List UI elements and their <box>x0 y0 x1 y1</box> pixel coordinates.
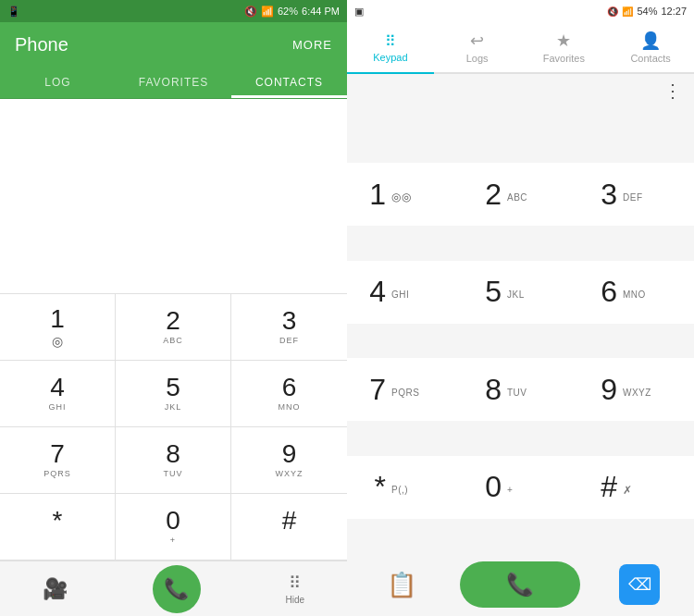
right-bottom-bar: 📋 📞 ⌫ <box>347 553 694 616</box>
left-key-1[interactable]: 1 ◎ <box>0 294 116 361</box>
right-mute-icon: 🔇 <box>607 6 618 17</box>
right-logs-icon: ↩ <box>470 31 484 51</box>
right-tab-logs-label: Logs <box>466 53 489 64</box>
right-key-3[interactable]: 3 DEF <box>578 163 694 226</box>
right-status-left: ▣ <box>354 6 364 18</box>
right-key-9[interactable]: 9 WXYZ <box>578 358 694 421</box>
left-panel: 📱 🔇 📶 62% 6:44 PM Phone MORE LOG FAVORIT… <box>0 0 347 616</box>
right-contacts-icon: 👤 <box>640 31 661 51</box>
right-menu-row: ⋮ <box>347 74 694 107</box>
left-key-hash[interactable]: # <box>231 494 347 561</box>
right-tab-favorites[interactable]: ★ Favorites <box>521 22 608 72</box>
left-display-area <box>0 99 347 293</box>
left-hide-button[interactable]: ⠿ Hide <box>285 573 304 605</box>
right-voicemail-icon: ◎◎ <box>391 185 411 203</box>
left-tab-favorites[interactable]: FAVORITES <box>116 67 231 98</box>
right-key-8[interactable]: 8 TUV <box>463 358 578 421</box>
right-panel: ▣ 🔇 📶 54% 12:27 ⠿ Keypad ↩ Logs ★ Favori… <box>347 0 694 616</box>
left-battery: 62% <box>278 6 298 17</box>
right-tab-keypad-label: Keypad <box>373 52 407 63</box>
left-more-button[interactable]: MORE <box>292 38 332 52</box>
left-tab-contacts[interactable]: CONTACTS <box>231 67 347 98</box>
right-backspace-icon: ⌫ <box>628 574 651 595</box>
left-key-star[interactable]: * <box>0 494 116 561</box>
left-bottom-bar: 🎥 📞 ⠿ Hide <box>0 561 347 616</box>
right-keypad-icon: ⠿ <box>385 32 396 50</box>
left-phone-icon: 📞 <box>164 577 189 601</box>
left-key-9[interactable]: 9 WXYZ <box>231 427 347 494</box>
right-key-hash[interactable]: # ✗ <box>578 456 694 519</box>
right-tab-logs[interactable]: ↩ Logs <box>434 22 521 72</box>
left-status-icons: 🔇 📶 62% 6:44 PM <box>244 6 340 18</box>
left-key-7[interactable]: 7 PQRS <box>0 427 116 494</box>
right-tabs: ⠿ Keypad ↩ Logs ★ Favorites 👤 Contacts <box>347 22 694 74</box>
right-contacts-add-button[interactable]: 📋 <box>381 564 422 605</box>
right-contacts-add-icon: 📋 <box>387 571 416 599</box>
right-tab-contacts-label: Contacts <box>630 53 670 64</box>
left-tab-log[interactable]: LOG <box>0 67 116 98</box>
left-key-2[interactable]: 2 ABC <box>116 294 231 361</box>
left-wifi-icon: 📶 <box>261 6 274 18</box>
right-key-4[interactable]: 4 GHI <box>347 261 463 324</box>
left-video-icon: 🎥 <box>43 577 68 601</box>
right-time: 12:27 <box>661 6 687 17</box>
right-phone-icon: 📞 <box>506 572 534 598</box>
left-mute-icon: 🔇 <box>244 6 257 18</box>
right-status-bar: ▣ 🔇 📶 54% 12:27 <box>347 0 694 22</box>
left-video-button[interactable]: 🎥 <box>43 577 68 601</box>
right-key-5[interactable]: 5 JKL <box>463 261 578 324</box>
left-time: 6:44 PM <box>302 6 340 17</box>
right-key-6[interactable]: 6 MNO <box>578 261 694 324</box>
left-call-button[interactable]: 📞 <box>153 565 201 613</box>
right-dialpad: 1 ◎◎ 2 ABC 3 DEF 4 GHI 5 JKL 6 MNO 7 PQR… <box>347 163 694 553</box>
left-header: Phone MORE <box>0 22 347 67</box>
left-key-4[interactable]: 4 GHI <box>0 361 116 427</box>
left-key-3[interactable]: 3 DEF <box>231 294 347 361</box>
right-key-0[interactable]: 0 + <box>463 456 578 519</box>
left-dialpad: 1 ◎ 2 ABC 3 DEF 4 GHI 5 JKL 6 MNO 7 PQRS <box>0 293 347 561</box>
right-favorites-icon: ★ <box>556 31 571 51</box>
left-key-8[interactable]: 8 TUV <box>116 427 231 494</box>
left-tabs: LOG FAVORITES CONTACTS <box>0 67 347 99</box>
left-app-icon: 📱 <box>7 6 20 18</box>
right-photo-icon: ▣ <box>354 6 364 18</box>
right-overflow-menu-button[interactable]: ⋮ <box>663 80 683 102</box>
left-status-bar: 📱 🔇 📶 62% 6:44 PM <box>0 0 347 22</box>
right-delete-button[interactable]: ⌫ <box>619 564 660 605</box>
left-key-5[interactable]: 5 JKL <box>116 361 231 427</box>
right-call-button[interactable]: 📞 <box>460 561 580 608</box>
left-app-title: Phone <box>15 34 68 55</box>
right-key-7[interactable]: 7 PQRS <box>347 358 463 421</box>
right-tab-favorites-label: Favorites <box>543 53 585 64</box>
right-key-2[interactable]: 2 ABC <box>463 163 578 226</box>
left-key-0[interactable]: 0 + <box>116 494 231 561</box>
left-hide-label: Hide <box>285 595 304 605</box>
left-key-6[interactable]: 6 MNO <box>231 361 347 427</box>
right-battery: 54% <box>637 6 657 17</box>
right-tab-keypad[interactable]: ⠿ Keypad <box>347 22 434 72</box>
right-status-right: 🔇 📶 54% 12:27 <box>607 6 687 17</box>
left-dialpad-icon: ⠿ <box>289 573 301 593</box>
right-key-1[interactable]: 1 ◎◎ <box>347 163 463 226</box>
right-display-area <box>347 107 694 163</box>
right-tab-contacts[interactable]: 👤 Contacts <box>607 22 694 72</box>
right-key-star[interactable]: * P(,) <box>347 456 463 519</box>
right-wifi-icon: 📶 <box>622 6 633 17</box>
